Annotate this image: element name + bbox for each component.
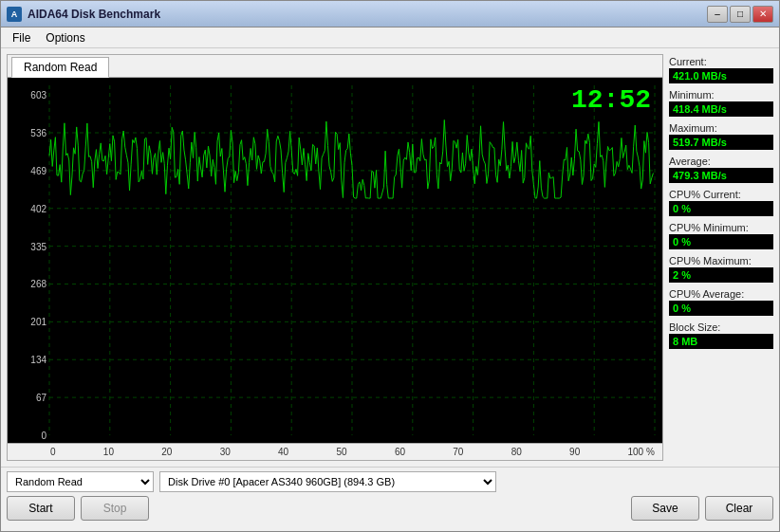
x-label-4: 40 xyxy=(278,447,288,457)
minimum-value: 418.4 MB/s xyxy=(669,101,773,117)
current-value: 421.0 MB/s xyxy=(669,68,773,83)
button-row: Start Stop Save Clear xyxy=(7,496,773,521)
stat-cpu-minimum: CPU% Minimum: 0 % xyxy=(669,222,773,249)
stats-panel: Current: 421.0 MB/s Minimum: 418.4 MB/s … xyxy=(669,54,773,461)
stat-minimum: Minimum: 418.4 MB/s xyxy=(669,89,773,117)
selector-row: Random Read Disk Drive #0 [Apacer AS340 … xyxy=(7,471,773,492)
x-label-2: 20 xyxy=(161,447,172,457)
stat-maximum: Maximum: 519.7 MB/s xyxy=(669,122,773,150)
chart-container: 12:52 xyxy=(8,78,662,443)
average-value: 479.3 MB/s xyxy=(669,168,773,183)
stat-cpu-maximum: CPU% Maximum: 2 % xyxy=(669,255,773,283)
main-window: A AIDA64 Disk Benchmark – □ ✕ File Optio… xyxy=(0,0,780,532)
block-size-value: 8 MB xyxy=(669,334,773,349)
menu-file[interactable]: File xyxy=(5,29,38,46)
menu-options[interactable]: Options xyxy=(38,29,92,46)
clear-button[interactable]: Clear xyxy=(705,496,773,521)
menu-bar: File Options xyxy=(1,28,779,48)
title-bar-buttons: – □ ✕ xyxy=(707,6,773,23)
x-label-1: 10 xyxy=(103,447,114,457)
chart-section: Random Read 12:52 0 10 20 30 40 50 60 70… xyxy=(7,54,663,461)
window-title: AIDA64 Disk Benchmark xyxy=(28,8,160,21)
cpu-minimum-value: 0 % xyxy=(669,234,773,249)
close-button[interactable]: ✕ xyxy=(752,6,773,23)
maximum-value: 519.7 MB/s xyxy=(669,135,773,150)
x-label-6: 60 xyxy=(395,447,405,457)
cpu-current-value: 0 % xyxy=(669,201,773,216)
cpu-maximum-value: 2 % xyxy=(669,267,773,283)
test-selector[interactable]: Random Read xyxy=(7,471,154,492)
block-size-label: Block Size: xyxy=(669,321,773,333)
cpu-average-value: 0 % xyxy=(669,301,773,316)
stat-cpu-average: CPU% Average: 0 % xyxy=(669,288,773,316)
stat-current: Current: 421.0 MB/s xyxy=(669,56,773,83)
disk-selector[interactable]: Disk Drive #0 [Apacer AS340 960GB] (894.… xyxy=(159,471,496,492)
stat-average: Average: 479.3 MB/s xyxy=(669,156,773,183)
cpu-current-label: CPU% Current: xyxy=(669,189,773,200)
stop-button[interactable]: Stop xyxy=(81,496,149,521)
minimize-button[interactable]: – xyxy=(707,6,728,23)
minimum-label: Minimum: xyxy=(669,89,773,101)
x-label-7: 70 xyxy=(453,447,463,457)
x-label-8: 80 xyxy=(511,447,522,457)
tab-random-read[interactable]: Random Read xyxy=(11,57,109,78)
bench-chart xyxy=(8,78,662,443)
content-area: Random Read 12:52 0 10 20 30 40 50 60 70… xyxy=(1,48,779,467)
x-label-0: 0 xyxy=(50,447,56,457)
x-axis: 0 10 20 30 40 50 60 70 80 90 100 % xyxy=(8,443,662,460)
current-label: Current: xyxy=(669,56,773,67)
maximum-label: Maximum: xyxy=(669,122,773,134)
cpu-average-label: CPU% Average: xyxy=(669,288,773,300)
maximize-button[interactable]: □ xyxy=(730,6,751,23)
save-button[interactable]: Save xyxy=(631,496,699,521)
cpu-minimum-label: CPU% Minimum: xyxy=(669,222,773,233)
x-label-100: 100 % xyxy=(628,447,655,457)
x-label-9: 90 xyxy=(569,447,580,457)
stat-block-size: Block Size: 8 MB xyxy=(669,321,773,349)
x-label-3: 30 xyxy=(220,447,231,457)
average-label: Average: xyxy=(669,156,773,167)
bottom-bar: Random Read Disk Drive #0 [Apacer AS340 … xyxy=(1,467,779,531)
start-button[interactable]: Start xyxy=(7,496,75,521)
title-bar: A AIDA64 Disk Benchmark – □ ✕ xyxy=(1,1,779,28)
x-label-5: 50 xyxy=(336,447,346,457)
app-icon: A xyxy=(7,7,22,22)
cpu-maximum-label: CPU% Maximum: xyxy=(669,255,773,266)
stat-cpu-current: CPU% Current: 0 % xyxy=(669,189,773,216)
tab-bar: Random Read xyxy=(8,55,662,78)
